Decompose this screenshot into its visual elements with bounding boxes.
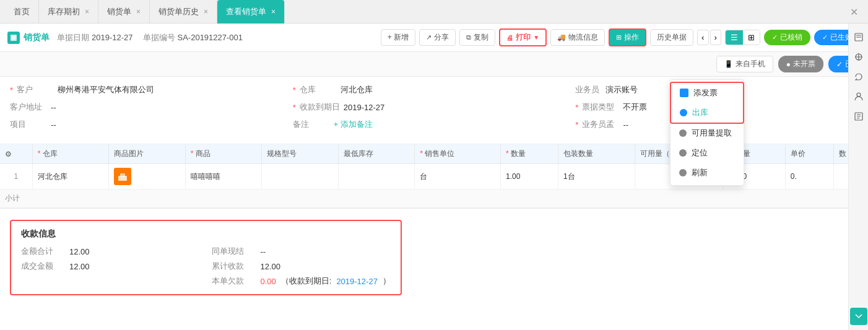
- project-field: 项目 --: [10, 119, 293, 130]
- open-ticket-button[interactable]: ● 未开票: [778, 56, 823, 72]
- table-subtotal-row: 小计: [0, 189, 868, 208]
- svg-point-10: [857, 93, 861, 97]
- payment-title: 收款信息: [21, 228, 391, 240]
- row-pack-qty: 1台: [558, 164, 635, 189]
- row-price: 0.: [785, 164, 833, 189]
- col-price: 单价: [785, 144, 833, 164]
- product-image: [114, 168, 131, 185]
- phone-button[interactable]: 📱 来自手机: [716, 56, 773, 72]
- row-image: [109, 164, 186, 189]
- warehouse-field: * 仓库 河北仓库: [293, 84, 576, 95]
- row-warehouse: 河北仓库: [32, 164, 109, 189]
- doc-type-icon: [7, 32, 20, 44]
- row-num: 1: [0, 164, 32, 189]
- row-unit: 台: [415, 164, 501, 189]
- close-tab-history[interactable]: ×: [204, 7, 208, 16]
- outbound-icon: [680, 109, 687, 116]
- subtotal-label: 小计: [0, 189, 868, 208]
- sidebar-icon-5[interactable]: [850, 108, 867, 125]
- row-spec: [262, 164, 339, 189]
- tab-home[interactable]: 首页: [5, 0, 39, 24]
- history-button[interactable]: 历史单据: [650, 29, 693, 46]
- row-product: 嘻嘻嘻嘻: [185, 164, 262, 189]
- tab-bar: 首页 库存期初 × 销货单 × 销货单历史 × 查看销货单 × ✕: [0, 0, 868, 24]
- col-settings: ⚙: [0, 144, 32, 164]
- sidebar-icon-3[interactable]: [850, 68, 867, 85]
- tab-sales-order[interactable]: 销货单 ×: [98, 0, 150, 24]
- row-quantity: 1.00: [500, 164, 558, 189]
- payment-section-wrapper: 收款信息 金额合计 12.00 同单现结 -- 成交金额 12.00: [0, 209, 868, 306]
- note-field: 备注 + 添加备注: [293, 119, 576, 130]
- sidebar-expand-button[interactable]: [850, 308, 867, 325]
- nav-prev-button[interactable]: ‹: [697, 30, 708, 45]
- avail-qty-icon: [679, 129, 687, 137]
- col-image: 商品图片: [109, 144, 186, 164]
- share-button[interactable]: ↗ 分享: [419, 29, 456, 46]
- operation-button[interactable]: ⊞ 操作: [609, 28, 646, 46]
- main-content: 销货单 单据日期 2019-12-27 单据编号 SA-20191227-001…: [0, 24, 868, 330]
- col-spec: 规格型号: [262, 144, 339, 164]
- locate-icon: [679, 149, 687, 157]
- new-button[interactable]: + 新增: [381, 29, 415, 46]
- tab-sales-history[interactable]: 销货单历史 ×: [150, 0, 217, 24]
- copy-button[interactable]: ⧉ 复制: [459, 29, 495, 46]
- action-row: 📱 来自手机 ● 未开票 ✓ 已: [0, 52, 868, 77]
- refresh-icon: [679, 169, 687, 176]
- logistics-button[interactable]: 🚚 物流信息: [550, 29, 605, 46]
- col-quantity: 数量: [500, 144, 558, 164]
- col-pack-qty: 包装数量: [558, 144, 635, 164]
- window-close-button[interactable]: ✕: [850, 6, 858, 17]
- doc-number: 单据编号 SA-20191227-001: [143, 32, 243, 43]
- nav-next-button[interactable]: ›: [710, 30, 721, 45]
- address-field: 客户地址 --: [10, 102, 293, 113]
- menu-avail-qty[interactable]: 可用量提取: [671, 123, 744, 143]
- doc-date: 单据日期 2019-12-27: [57, 32, 133, 43]
- right-sidebar: [848, 24, 868, 330]
- doc-header-left: 销货单 单据日期 2019-12-27 单据编号 SA-20191227-001: [7, 32, 243, 44]
- payment-grid: 金额合计 12.00 同单现结 -- 成交金额 12.00 累计收款 12.00: [21, 246, 391, 287]
- dropdown-header: 添发票 出库: [670, 82, 744, 124]
- due-date-field: * 收款到期日 2019-12-27: [293, 102, 576, 113]
- doc-meta: 单据日期 2019-12-27 单据编号 SA-20191227-001: [57, 32, 243, 43]
- close-tab-inventory[interactable]: ×: [85, 7, 89, 16]
- col-warehouse: 仓库: [32, 144, 109, 164]
- payment-total-received-row: 累计收款 12.00: [212, 261, 390, 272]
- close-tab-sales[interactable]: ×: [136, 7, 141, 16]
- doc-type-label: 销货单: [7, 32, 50, 44]
- sidebar-icon-4[interactable]: [850, 88, 867, 105]
- doc-header: 销货单 单据日期 2019-12-27 单据编号 SA-20191227-001…: [0, 24, 868, 52]
- menu-outbound[interactable]: 出库: [671, 103, 743, 123]
- col-product: 商品: [185, 144, 262, 164]
- sidebar-icon-1[interactable]: [850, 28, 867, 46]
- col-min-stock: 最低库存: [338, 144, 415, 164]
- tab-view-sales[interactable]: 查看销货单 ×: [217, 0, 285, 24]
- add-invoice-icon: [680, 89, 688, 97]
- view-grid-button[interactable]: ⊞: [743, 30, 760, 45]
- add-note-button[interactable]: + 添加备注: [334, 119, 373, 130]
- payment-balance-row: 本单欠款 0.00 （收款到期日: 2019-12-27 ）: [212, 276, 390, 287]
- print-button[interactable]: 🖨 打印 ▼: [499, 28, 547, 46]
- view-list-button[interactable]: ☰: [726, 30, 743, 45]
- operation-dropdown: 添发票 出库 可用量提取 定位 刷新: [670, 79, 744, 186]
- view-toggle: ☰ ⊞: [725, 30, 760, 45]
- close-tab-view[interactable]: ×: [271, 7, 276, 16]
- menu-locate[interactable]: 定位: [671, 143, 744, 163]
- svg-rect-5: [120, 173, 125, 177]
- toolbar: + 新增 ↗ 分享 ⧉ 复制 🖨 打印 ▼ 🚚 物流信息: [381, 28, 861, 46]
- nav-prev-next: ‹ ›: [697, 30, 721, 45]
- menu-refresh[interactable]: 刷新: [671, 163, 744, 183]
- payment-section: 收款信息 金额合计 12.00 同单现结 -- 成交金额 12.00: [10, 220, 402, 295]
- sidebar-icon-2[interactable]: [850, 48, 867, 66]
- payment-same-order-row: 同单现结 --: [212, 246, 390, 257]
- tab-inventory-init[interactable]: 库存期初 ×: [39, 0, 98, 24]
- payment-deal-row: 成交金额 12.00: [21, 261, 199, 272]
- menu-add-invoice[interactable]: 添发票: [671, 83, 743, 103]
- customer-field: * 客户 柳州粤港平安气体有限公司: [10, 84, 293, 95]
- payment-amount-row: 金额合计 12.00: [21, 246, 199, 257]
- row-min-stock: [338, 164, 415, 189]
- col-unit: 销售单位: [415, 144, 501, 164]
- status-sold-button[interactable]: ✓ 已核销: [764, 30, 810, 45]
